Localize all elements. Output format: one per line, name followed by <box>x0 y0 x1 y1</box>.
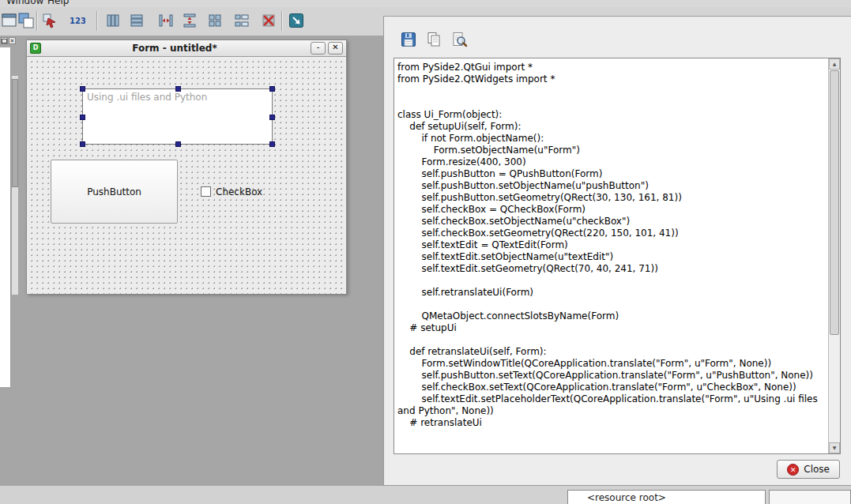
left-scrollbar-thumb[interactable] <box>12 79 18 187</box>
code-line: self.pushButton.setObjectName(u"pushButt… <box>397 180 827 192</box>
code-line: self.pushButton.setGeometry(QRect(30, 13… <box>397 192 827 204</box>
pushbutton-widget[interactable]: PushButton <box>51 160 178 224</box>
selection-handle[interactable] <box>269 141 275 147</box>
code-line: self.pushButton = QPushButton(Form) <box>397 168 827 180</box>
code-line: self.retranslateUi(Form) <box>397 287 827 299</box>
code-line: and Python", None)) <box>397 405 827 417</box>
code-line: self.textEdit.setObjectName(u"textEdit") <box>397 251 827 263</box>
selection-handle[interactable] <box>80 115 85 120</box>
dock-close-icon[interactable]: ✕ <box>9 37 16 44</box>
code-line: Form.resize(400, 300) <box>397 156 827 168</box>
widget-box-panel-fragment <box>0 47 11 387</box>
code-scrollbar[interactable]: ▲ ▼ <box>828 58 840 453</box>
menu-window[interactable]: Window <box>6 0 43 6</box>
code-scrollbar-thumb[interactable] <box>830 70 839 335</box>
code-line: self.checkBox.setGeometry(QRect(220, 150… <box>397 228 827 239</box>
code-line: Form.setObjectName(u"Form") <box>397 145 827 156</box>
splitter-horizontal-icon[interactable] <box>156 10 176 31</box>
code-line: self.pushButton.setText(QCoreApplication… <box>397 370 827 382</box>
splitter-vertical-icon[interactable] <box>179 10 200 31</box>
scroll-up-icon[interactable]: ▲ <box>829 58 840 70</box>
code-line <box>397 97 827 109</box>
adjust-size-icon[interactable] <box>286 10 307 31</box>
close-circle-icon: ✕ <box>787 464 799 476</box>
new-form-icon[interactable] <box>16 10 36 31</box>
selection-handle[interactable] <box>269 115 275 120</box>
close-window-button[interactable]: ✕ <box>328 42 343 55</box>
dock-float-icon[interactable] <box>1 37 8 44</box>
code-view[interactable]: from PySide2.QtGui import *from PySide2.… <box>393 58 841 454</box>
code-line: self.textEdit.setGeometry(QRect(70, 40, … <box>397 263 827 275</box>
toolbar-separator <box>96 11 98 31</box>
selection-handle[interactable] <box>269 86 275 92</box>
form-window-title: Form - untitled* <box>41 43 308 54</box>
toolbar-separator <box>281 11 283 31</box>
float-box-shape <box>2 39 7 43</box>
save-icon[interactable] <box>398 29 419 50</box>
left-scrollbar[interactable] <box>11 75 19 295</box>
break-layout-icon[interactable] <box>258 10 279 31</box>
resource-browser-panel: <resource root> <box>567 490 766 504</box>
layout-form-icon[interactable] <box>232 10 252 31</box>
code-line: from PySide2.QtGui import * <box>397 62 827 73</box>
code-preview-dialog: from PySide2.QtGui import *from PySide2.… <box>383 16 851 486</box>
form-canvas[interactable]: Using .ui files and Python PushButton Ch… <box>27 57 346 294</box>
code-text: from PySide2.QtGui import *from PySide2.… <box>394 58 828 453</box>
code-line: # setupUi <box>397 322 827 334</box>
find-icon[interactable] <box>449 29 469 50</box>
code-line <box>397 334 827 346</box>
checkbox-widget[interactable]: CheckBox <box>201 175 281 208</box>
resource-root-item[interactable]: <resource root> <box>568 491 765 503</box>
menu-help[interactable]: Help <box>47 0 69 6</box>
layout-horizontal-icon[interactable] <box>103 10 123 31</box>
code-line: self.textEdit.setPlaceholderText(QCoreAp… <box>397 393 827 405</box>
code-line: class Ui_Form(object): <box>397 109 827 121</box>
form-window: D Form - untitled* - ✕ Using .ui files a… <box>26 39 347 294</box>
minimize-button[interactable]: - <box>311 42 326 55</box>
code-line: def setupUi(self, Form): <box>397 121 827 133</box>
selection-handle[interactable] <box>175 141 181 147</box>
code-line: self.textEdit = QTextEdit(Form) <box>397 239 827 251</box>
code-line <box>397 299 827 310</box>
edit-widgets-icon[interactable] <box>40 10 60 31</box>
code-line: # retranslateUi <box>397 417 827 429</box>
close-button[interactable]: ✕ Close <box>777 460 840 479</box>
code-line: QMetaObject.connectSlotsByName(Form) <box>397 310 827 322</box>
selection-handle[interactable] <box>80 86 85 92</box>
form-window-icon: D <box>30 43 41 54</box>
code-line: self.checkBox = QCheckBox(Form) <box>397 204 827 216</box>
checkbox-label: CheckBox <box>216 186 262 197</box>
layout-grid-icon[interactable] <box>205 10 225 31</box>
code-line: from PySide2.QtWidgets import * <box>397 73 827 85</box>
svg-text:123: 123 <box>70 17 85 25</box>
layout-vertical-icon[interactable] <box>126 10 147 31</box>
code-line <box>397 85 827 97</box>
selection-handle[interactable] <box>175 86 181 92</box>
textedit-widget[interactable]: Using .ui files and Python <box>82 88 273 145</box>
toolbar-separator <box>36 11 38 31</box>
code-line: if not Form.objectName(): <box>397 133 827 145</box>
code-line <box>397 275 827 287</box>
panel-fragment <box>769 490 851 504</box>
textedit-placeholder: Using .ui files and Python <box>83 89 272 105</box>
code-line: self.checkBox.setText(QCoreApplication.t… <box>397 382 827 393</box>
selection-handle[interactable] <box>80 141 85 147</box>
code-line: Form.setWindowTitle(QCoreApplication.tra… <box>397 358 827 370</box>
code-line: self.checkBox.setObjectName(u"checkBox") <box>397 216 827 228</box>
scroll-down-icon[interactable]: ▼ <box>829 442 840 453</box>
copy-icon[interactable] <box>424 29 444 50</box>
close-button-label: Close <box>804 464 830 475</box>
edit-tab-order-icon[interactable]: 123 <box>66 10 87 31</box>
checkbox-indicator[interactable] <box>201 186 211 197</box>
form-titlebar[interactable]: D Form - untitled* - ✕ <box>27 40 346 57</box>
qt-designer-screen: Window Help 123 <box>0 0 851 504</box>
code-line: def retranslateUi(self, Form): <box>397 346 827 358</box>
menubar: Window Help <box>0 0 851 7</box>
